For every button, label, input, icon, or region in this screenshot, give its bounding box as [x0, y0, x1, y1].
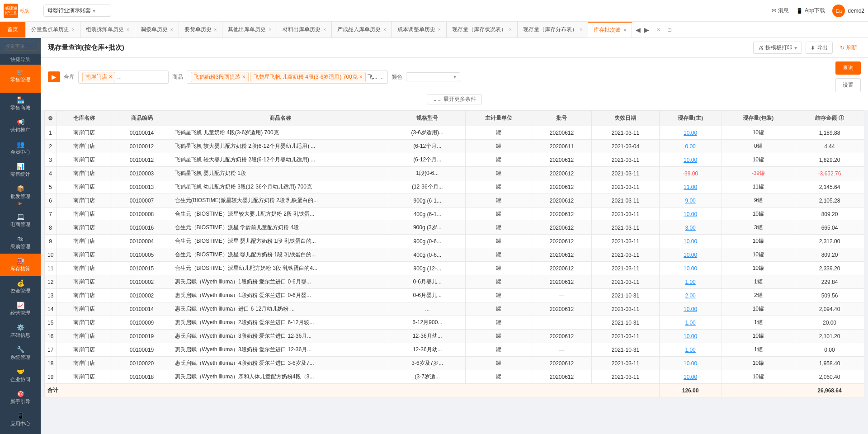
sidebar-item-system[interactable]: 🔧 系统管理 — [0, 342, 41, 364]
user-area[interactable]: Ea demo2 — [832, 5, 864, 17]
cell-qty[interactable]: 1.00 — [659, 343, 722, 357]
sidebar-item-operations[interactable]: 📈 经营管理 — [0, 298, 41, 320]
cell-qty[interactable]: 1.00 — [659, 275, 722, 289]
tab-label: 组装拆卸单历史 — [86, 26, 124, 33]
tab-zuhe[interactable]: 组装拆卸单历史 × — [80, 22, 135, 38]
tab-close-all-button[interactable]: × — [653, 27, 664, 33]
cell-qty[interactable]: 10.00 — [659, 248, 722, 262]
cell-qty[interactable]: 11.00 — [659, 180, 722, 194]
table-row: 8 南岸门店 00100016 合生元（BIOSTIME）派星 学龄前儿童配方奶… — [45, 221, 864, 235]
operations-icon: 📈 — [17, 302, 24, 309]
tab-cost-adj[interactable]: 成本调整单历史 × — [392, 22, 447, 38]
close-icon[interactable]: × — [214, 27, 217, 32]
cell-qty[interactable]: 10.00 — [659, 208, 722, 221]
close-icon[interactable]: × — [580, 27, 583, 32]
table-row: 18 南岸门店 00100020 惠氏启赋（Wyeth illuma）4段奶粉 … — [45, 357, 864, 370]
cell-batch: — — [532, 343, 592, 357]
color-filter-input[interactable]: ▾ — [406, 72, 460, 81]
tab-inventory-batch[interactable]: 库存批次账 × — [588, 22, 632, 38]
product-filter-input[interactable]: 飞鹤奶粉3段两提装 × 飞鹤星飞帆 儿童奶粉 4段(3-6岁适用) 700克 ×… — [187, 71, 388, 84]
sidebar-item-apps[interactable]: 📱 应用中心 — [0, 409, 41, 431]
tab-other-out[interactable]: 其他出库单历史 × — [222, 22, 277, 38]
export-button[interactable]: ⬇ 导出 — [806, 42, 833, 54]
sidebar-item-mall[interactable]: 🏪 零售商城 — [0, 93, 41, 115]
sidebar-item-collab[interactable]: 🤝 企业协同 — [0, 364, 41, 387]
cell-qty[interactable]: 10.00 — [659, 235, 722, 248]
sidebar-item-member[interactable]: 👥 会员中心 — [0, 137, 41, 159]
wholesale-icon: 📦 — [17, 185, 24, 192]
cell-qty[interactable]: 10.00 — [659, 302, 722, 316]
sidebar-item-guide[interactable]: 🎯 新手引导 — [0, 387, 41, 409]
product-tag-2: 飞鹤星飞帆 儿童奶粉 4段(3-6岁适用) 700克 × — [250, 72, 366, 82]
cell-qty[interactable]: 10.00 — [659, 330, 722, 343]
product-tag-2-close[interactable]: × — [359, 74, 363, 80]
tab-diaob[interactable]: 调拨单历史 × — [135, 22, 179, 38]
tab-settings-button[interactable]: ⊡ — [664, 27, 675, 33]
sidebar-item-wholesale[interactable]: 📦 批发管理 ▶ — [0, 181, 41, 209]
sidebar-item-retail-stats[interactable]: 📊 零售统计 — [0, 159, 41, 181]
cell-qty[interactable]: 0.00 — [659, 140, 722, 153]
sidebar-item-wechat[interactable]: 💬 企业微信 — [0, 431, 41, 434]
app-download-button[interactable]: 📱 App下载 — [796, 7, 825, 14]
tab-home[interactable]: 首页 — [0, 22, 26, 38]
close-icon[interactable]: × — [509, 27, 512, 32]
close-icon[interactable]: × — [269, 27, 271, 32]
close-icon[interactable]: × — [72, 27, 75, 32]
cell-expiry: 2021-03-11 — [592, 221, 659, 235]
cell-warehouse: 南岸门店 — [57, 343, 112, 357]
close-icon[interactable]: × — [127, 27, 129, 32]
cell-amount: 509.56 — [795, 289, 864, 302]
cell-qty[interactable]: 10.00 — [659, 262, 722, 275]
settings-button[interactable]: 设置 — [835, 78, 861, 92]
close-icon[interactable]: × — [323, 27, 326, 32]
tab-next-button[interactable]: ▶ — [642, 25, 651, 34]
tab-material-out[interactable]: 材料出库单历史 × — [277, 22, 332, 38]
sidebar-item-basic[interactable]: ⚙️ 基础信息 — [0, 320, 41, 342]
cell-qty[interactable]: 10.00 — [659, 370, 722, 384]
query-button[interactable]: 查询 — [835, 61, 861, 75]
cell-no: 7 — [45, 208, 57, 221]
table-area[interactable]: ⚙ 仓库名称 商品编码 商品名称 规格型号 主计量单位 批号 失效日期 现存量(… — [41, 110, 868, 434]
tab-fenpan[interactable]: 分量盘点单历史 × — [26, 22, 80, 38]
cell-qty[interactable]: 10.00 — [659, 153, 722, 167]
cell-code: 00100019 — [112, 343, 172, 357]
close-icon[interactable]: × — [383, 27, 386, 32]
warehouse-tag-close[interactable]: × — [109, 74, 112, 80]
sidebar-item-purchase[interactable]: 🛍 采购管理 — [0, 231, 41, 254]
product-tag-1-close[interactable]: × — [242, 74, 245, 80]
sidebar-item-marketing[interactable]: 📢 营销推广 — [0, 115, 41, 137]
account-selector[interactable]: 母婴行业演示账套 ▾ — [43, 5, 111, 17]
cell-qty-pkg: 2罐 — [722, 289, 795, 302]
cell-qty[interactable]: -39.00 — [659, 167, 722, 180]
cell-spec: (6-12个月... — [389, 153, 466, 167]
print-button[interactable]: 🖨 按模板打印 ▾ — [753, 42, 802, 54]
tab-prev-button[interactable]: ◀ — [634, 25, 642, 34]
close-icon[interactable]: × — [623, 28, 626, 33]
tab-inventory-dist[interactable]: 现存量（库存分布表） × — [518, 22, 589, 38]
filter-area: ▶ 合库 南岸门店 × ... 商品 飞鹤奶粉3段两提装 × — [41, 58, 868, 110]
th-settings[interactable]: ⚙ — [45, 111, 57, 126]
close-icon[interactable]: × — [438, 27, 441, 32]
close-icon[interactable]: × — [170, 27, 173, 32]
sidebar-item-retail[interactable]: 🛒 零售管理 ▶ — [0, 65, 41, 93]
cell-qty[interactable]: 9.00 — [659, 194, 722, 208]
sidebar-item-finance[interactable]: 💰 资金管理 — [0, 276, 41, 298]
message-button[interactable]: ✉ 消息 — [772, 7, 789, 14]
cell-qty[interactable]: 3.00 — [659, 221, 722, 235]
warehouse-filter-input[interactable]: 南岸门店 × ... — [78, 71, 169, 84]
refresh-button[interactable]: ↻ 刷新 — [836, 42, 861, 53]
filter-expand-button[interactable]: ▶ — [48, 71, 60, 82]
sidebar-item-ecommerce[interactable]: 💻 电商管理 — [0, 209, 41, 231]
cell-unit: 罐 — [466, 194, 532, 208]
tab-inventory-status[interactable]: 现存量（库存状况表） × — [447, 22, 518, 38]
cell-qty[interactable]: 1.00 — [659, 316, 722, 330]
cell-qty[interactable]: 10.00 — [659, 357, 722, 370]
sidebar-item-inventory[interactable]: 🏭 库存核算 — [0, 254, 41, 276]
tab-yaohuo[interactable]: 要货单历史 × — [179, 22, 223, 38]
cell-amount: 809.20 — [795, 208, 864, 221]
tab-product-in[interactable]: 产成品入库单历史 × — [332, 22, 392, 38]
cell-qty[interactable]: 2.00 — [659, 289, 722, 302]
search-input[interactable] — [2, 42, 39, 51]
expand-more-button[interactable]: ⌄⌄ 展开更多条件 — [427, 94, 482, 104]
cell-qty[interactable]: 10.00 — [659, 126, 722, 140]
